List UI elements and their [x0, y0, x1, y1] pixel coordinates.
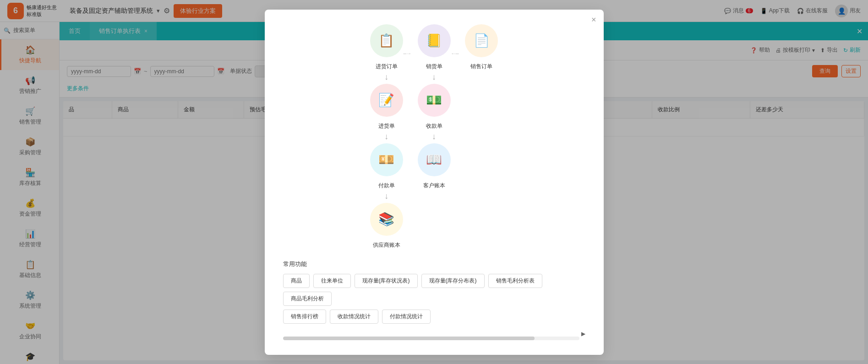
arrow-column-left: - - - → — [403, 24, 410, 70]
arrow-column-right: ← - - - — [451, 24, 458, 70]
receipt-circle: 💵 — [418, 84, 451, 117]
payment-circle: 💴 — [370, 143, 403, 176]
customer-ledger-label: 客户账本 — [423, 182, 445, 190]
btn-partner[interactable]: 往来单位 — [313, 274, 351, 288]
arrow-down-4: ↓ — [432, 72, 436, 82]
purchase-bill-icon: 📝 — [378, 92, 394, 108]
flow-node-receipt[interactable]: 💵 收款单 — [418, 84, 451, 130]
flow-node-customer-ledger[interactable]: 📖 客户账本 — [418, 143, 451, 190]
sale-order-circle: 📄 — [465, 24, 498, 57]
arrow-down-5: ↓ — [432, 132, 436, 141]
btn-product[interactable]: 商品 — [283, 274, 310, 288]
btn-receipt-stat[interactable]: 收款情况统计 — [330, 310, 378, 324]
payment-icon: 💴 — [378, 152, 394, 167]
scroll-right-arrow[interactable]: ▶ — [581, 331, 585, 337]
flow-diagram: 📋 进货订单 ↓ 📝 进货单 ↓ 💴 付款单 — [283, 24, 585, 249]
h-arrow-left: - - - → — [403, 37, 410, 70]
flow-node-purchase-order[interactable]: 📋 进货订单 — [370, 24, 403, 71]
common-buttons-row2: 销售排行榜 收款情况统计 付款情况统计 — [283, 310, 585, 324]
purchase-order-circle: 📋 — [370, 24, 403, 57]
purchase-order-label: 进货订单 — [376, 63, 398, 71]
modal-scrollbar[interactable] — [283, 337, 579, 340]
btn-sales-profit[interactable]: 销售毛利分析表 — [488, 274, 542, 288]
btn-payment-stat[interactable]: 付款情况统计 — [382, 310, 431, 324]
right-flow-column: 📄 销售订单 — [465, 24, 498, 71]
flow-node-supplier-ledger[interactable]: 📚 供应商账本 — [370, 203, 403, 249]
arrow-down-3: ↓ — [384, 191, 388, 201]
sale-order-icon: 📄 — [474, 33, 490, 48]
flow-node-payment[interactable]: 💴 付款单 — [370, 143, 403, 190]
dotted-arrow-left: ← - - - — [451, 50, 458, 57]
sale-bill-icon: 📒 — [426, 33, 442, 48]
left-flow-column: 📋 进货订单 ↓ 📝 进货单 ↓ 💴 付款单 — [370, 24, 403, 249]
sale-bill-label: 销货单 — [426, 63, 442, 71]
modal-overlay[interactable]: × 📋 进货订单 ↓ 📝 进货单 ↓ — [0, 0, 868, 364]
supplier-ledger-label: 供应商账本 — [373, 241, 400, 249]
btn-product-profit[interactable]: 商品毛利分析 — [283, 292, 332, 306]
purchase-bill-circle: 📝 — [370, 84, 403, 117]
modal-scroll-container: ▶ — [283, 327, 585, 340]
flow-modal: × 📋 进货订单 ↓ 📝 进货单 ↓ — [265, 10, 604, 355]
purchase-order-icon: 📋 — [378, 33, 394, 48]
purchase-bill-label: 进货单 — [378, 122, 395, 130]
payment-label: 付款单 — [378, 182, 395, 190]
sale-order-label: 销售订单 — [470, 63, 492, 71]
supplier-ledger-circle: 📚 — [370, 203, 403, 236]
modal-scrollbar-thumb — [283, 337, 535, 340]
btn-sales-rank[interactable]: 销售排行榜 — [283, 310, 326, 324]
customer-ledger-icon: 📖 — [426, 152, 442, 167]
h-arrow-right: ← - - - — [451, 37, 458, 70]
receipt-label: 收款单 — [426, 122, 442, 130]
btn-stock-status[interactable]: 现存量(库存状况表) — [355, 274, 418, 288]
flow-node-sale-order[interactable]: 📄 销售订单 — [465, 24, 498, 71]
flow-node-purchase-bill[interactable]: 📝 进货单 — [370, 84, 403, 130]
customer-ledger-circle: 📖 — [418, 143, 451, 176]
supplier-ledger-icon: 📚 — [378, 212, 394, 227]
dotted-arrow-right: - - - → — [403, 50, 410, 57]
common-buttons-row1: 商品 往来单位 现存量(库存状况表) 现存量(库存分布表) 销售毛利分析表 商品… — [283, 274, 585, 306]
sale-bill-circle: 📒 — [418, 24, 451, 57]
flow-node-sale-bill[interactable]: 📒 销货单 — [418, 24, 451, 71]
middle-left-flow-column: 📒 销货单 ↓ 💵 收款单 ↓ 📖 客户账本 — [418, 24, 451, 190]
arrow-down-2: ↓ — [384, 132, 388, 141]
arrow-down-1: ↓ — [384, 72, 388, 82]
btn-stock-dist[interactable]: 现存量(库存分布表) — [421, 274, 485, 288]
modal-close-button[interactable]: × — [591, 15, 596, 25]
common-section: 常用功能 商品 往来单位 现存量(库存状况表) 现存量(库存分布表) 销售毛利分… — [283, 260, 585, 324]
common-section-title: 常用功能 — [283, 260, 585, 268]
receipt-icon: 💵 — [426, 92, 442, 108]
